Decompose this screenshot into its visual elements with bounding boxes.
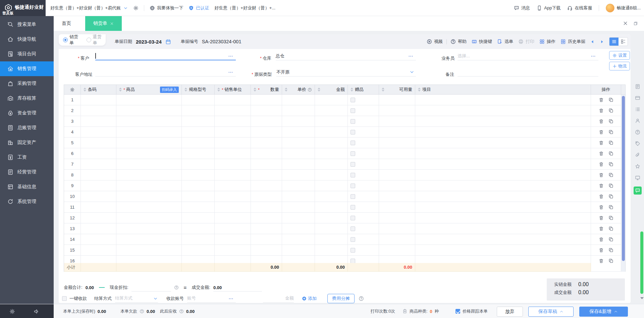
gift-checkbox[interactable] — [351, 151, 355, 156]
cell-spec[interactable] — [182, 159, 215, 170]
cell-price[interactable] — [282, 116, 315, 127]
page-scrollbar-track[interactable] — [640, 31, 644, 304]
cell-available[interactable] — [379, 256, 415, 263]
cell-available[interactable] — [379, 116, 415, 127]
prev-record-icon[interactable] — [590, 40, 595, 44]
cell-unit[interactable] — [215, 95, 251, 105]
cell-product[interactable] — [116, 256, 182, 263]
cell-gift[interactable] — [348, 95, 379, 105]
copy-row-icon[interactable] — [608, 151, 613, 156]
cell-amount[interactable] — [315, 213, 348, 223]
cell-unit[interactable] — [215, 170, 251, 180]
settings-gear-icon[interactable] — [133, 5, 139, 11]
column-header-unit[interactable]: 销售单位 — [215, 85, 251, 95]
warehouse-more-icon[interactable] — [408, 54, 413, 59]
cell-amount[interactable] — [315, 116, 348, 127]
invoice-type-select[interactable]: 不开票 — [276, 68, 416, 76]
cell-gift[interactable] — [348, 191, 379, 202]
gift-checkbox[interactable] — [351, 130, 355, 135]
cell-unit[interactable] — [215, 256, 251, 263]
column-header-qty[interactable]: 数量 — [251, 85, 282, 95]
cell-unit[interactable] — [215, 223, 251, 234]
radio-sales-order[interactable]: 销货单 — [63, 34, 83, 46]
delete-row-icon[interactable] — [599, 205, 604, 210]
cell-project[interactable] — [415, 245, 591, 256]
gift-checkbox[interactable] — [351, 205, 355, 210]
cell-available[interactable] — [379, 223, 415, 234]
cell-price[interactable] — [282, 138, 315, 148]
help-icon[interactable] — [140, 309, 144, 314]
sidebar-item-inventory[interactable]: 库存核算 — [0, 91, 54, 106]
column-header-spec[interactable]: 规格型号 — [182, 85, 215, 95]
cell-price[interactable] — [282, 159, 315, 170]
list-icon[interactable] — [635, 107, 640, 112]
account-more-icon[interactable] — [228, 296, 233, 301]
cell-product[interactable] — [116, 245, 182, 256]
cell-amount[interactable] — [315, 202, 348, 213]
sidebar-item-project-contract[interactable]: 项目合同 — [0, 47, 54, 61]
sort-icon[interactable] — [254, 88, 256, 92]
sidebar-item-search-menu[interactable]: 搜索菜单 — [0, 17, 54, 32]
sort-icon[interactable] — [217, 88, 220, 92]
cell-project[interactable] — [415, 116, 591, 127]
cell-gift[interactable] — [348, 213, 379, 223]
cell-available[interactable] — [379, 127, 415, 138]
cell-price[interactable] — [282, 256, 315, 263]
cell-product[interactable] — [116, 180, 182, 191]
sort-icon[interactable] — [382, 88, 384, 92]
help-icon[interactable] — [179, 309, 184, 314]
cell-gift[interactable] — [348, 105, 379, 116]
order-list-icon[interactable] — [635, 84, 640, 89]
copy-row-icon[interactable] — [608, 129, 613, 135]
logistics-button[interactable]: 物流 — [609, 62, 630, 70]
cell-price[interactable] — [282, 95, 315, 105]
chevron-down-icon[interactable] — [153, 297, 158, 301]
copy-row-icon[interactable] — [608, 97, 613, 102]
deal-amount-input[interactable]: 0.00 — [213, 283, 262, 292]
copy-row-icon[interactable] — [608, 108, 613, 113]
cell-price[interactable] — [282, 234, 315, 245]
cell-unit[interactable] — [215, 234, 251, 245]
cell-project[interactable] — [415, 159, 591, 170]
help-center-icon[interactable] — [635, 129, 640, 135]
add-payment-button[interactable]: 添加 — [302, 296, 317, 302]
certified-badge[interactable]: 已认证 — [189, 5, 209, 11]
sort-icon[interactable] — [184, 88, 187, 92]
cell-gift[interactable] — [348, 159, 379, 170]
delete-row-icon[interactable] — [599, 129, 604, 135]
doc-date-value[interactable]: 2023-03-24 — [136, 39, 162, 45]
cell-qty[interactable] — [251, 180, 282, 191]
cell-available[interactable] — [379, 138, 415, 148]
product-switcher[interactable]: 好生意（普）+好业财（普）+易代账 — [50, 5, 128, 11]
toolbar-video[interactable]: 视频 — [427, 39, 443, 45]
abandon-button[interactable]: 放弃 — [497, 307, 523, 317]
delete-row-icon[interactable] — [599, 151, 604, 156]
cell-amount[interactable] — [315, 127, 348, 138]
cell-price[interactable] — [282, 213, 315, 223]
cell-product[interactable] — [116, 127, 182, 138]
cell-project[interactable] — [415, 213, 591, 223]
workspace-close-icon[interactable] — [623, 21, 628, 26]
save-and-new-button[interactable]: 保存&新增 — [579, 307, 628, 317]
copy-row-icon[interactable] — [608, 140, 613, 145]
cell-price[interactable] — [282, 202, 315, 213]
cell-available[interactable] — [379, 159, 415, 170]
toolbar-print[interactable]: 打印 — [518, 39, 534, 45]
cell-barcode[interactable] — [81, 95, 116, 105]
receipt-amount-input[interactable]: 金额 — [263, 295, 294, 303]
cell-product[interactable] — [116, 191, 182, 202]
salesman-input[interactable]: 选择... — [458, 52, 598, 60]
cell-amount[interactable] — [315, 191, 348, 202]
warehouse-input[interactable]: 总仓 — [276, 52, 416, 60]
cell-amount[interactable] — [315, 148, 348, 159]
cell-project[interactable] — [415, 148, 591, 159]
cell-product[interactable] — [116, 105, 182, 116]
restore-window-icon[interactable] — [633, 21, 638, 26]
cell-gift[interactable] — [348, 180, 379, 191]
copy-row-icon[interactable] — [608, 237, 613, 242]
cell-price[interactable] — [282, 245, 315, 256]
attachment-icon[interactable] — [635, 152, 640, 158]
column-header-price[interactable]: 单价 — [282, 85, 315, 95]
delete-row-icon[interactable] — [599, 183, 604, 188]
cell-project[interactable] — [415, 180, 591, 191]
